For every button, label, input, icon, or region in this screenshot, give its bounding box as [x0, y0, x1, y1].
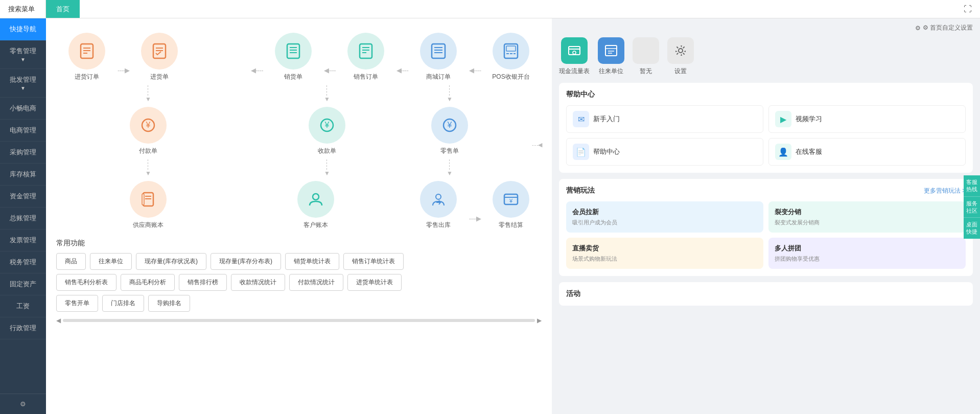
- settings-label: 设置: [674, 67, 687, 76]
- gear-icon: ⚙: [915, 25, 921, 32]
- func-btn-guide-rank[interactable]: 导购排名: [148, 295, 190, 312]
- right-panel: ⚙ ⚙ 首页自定义设置 现金流量表 往来单位: [552, 18, 980, 414]
- flow-node-retail-settlement[interactable]: ¥ 零售结算: [480, 177, 542, 234]
- sidebar-item-ecom-mgmt[interactable]: 电商管理: [0, 120, 46, 142]
- quick-icon-cash-flow[interactable]: 现金流量表: [559, 37, 590, 76]
- fission-title: 裂变分销: [775, 208, 960, 217]
- quick-icon-none[interactable]: 暂无: [633, 37, 659, 76]
- help-item-video[interactable]: ▶ 视频学习: [768, 105, 966, 133]
- sidebar-item-more[interactable]: 行政管理: [0, 317, 46, 339]
- help-item-online-service[interactable]: 👤 在线客服: [768, 138, 966, 166]
- func-btn-stock-status[interactable]: 现存量(库存状况表): [136, 253, 206, 270]
- expand-icon[interactable]: ⛶: [964, 5, 972, 14]
- flow-node-sales-order[interactable]: 销售订单: [335, 29, 396, 85]
- marketing-section: 营销玩法 更多营销玩法 > 会员拉新 吸引用户成为会员 裂变分销 裂变式发展分销…: [559, 179, 973, 276]
- flow-node-purchase-order[interactable]: 进货订单: [56, 29, 118, 85]
- flow-node-sales-bill[interactable]: 销货单: [263, 29, 324, 85]
- help-item-beginner[interactable]: ✉ 新手入门: [566, 105, 763, 133]
- flow-node-customer-account[interactable]: 客户账本: [285, 177, 346, 234]
- top-bar: 搜索菜单 首页 ⛶: [0, 0, 980, 18]
- svg-rect-43: [605, 45, 617, 56]
- sidebar-item-label: 资金管理: [10, 192, 36, 201]
- scroll-left-arrow[interactable]: ◀: [56, 317, 61, 324]
- help-doc-icon: 📄: [573, 144, 589, 160]
- func-btn-payment-stat[interactable]: 付款情况统计: [289, 274, 343, 291]
- sidebar-item-label: 总账管理: [10, 214, 36, 223]
- func-btn-order-stat[interactable]: 销售订单统计表: [343, 253, 404, 270]
- marketing-title: 营销玩法: [566, 186, 595, 195]
- sidebar-item-purchase-mgmt[interactable]: 采购管理: [0, 142, 46, 164]
- marketing-item-fission[interactable]: 裂变分销 裂变式发展分销商: [768, 201, 966, 233]
- func-btn-contacts[interactable]: 往来单位: [90, 253, 132, 270]
- tab-home[interactable]: 首页: [46, 0, 80, 18]
- func-btn-sales-rank[interactable]: 销售排行榜: [179, 274, 227, 291]
- search-menu-button[interactable]: 搜索菜单: [0, 0, 46, 18]
- flow-node-purchase-bill[interactable]: 进货单: [129, 29, 190, 85]
- func-btn-product-gross[interactable]: 商品毛利分析: [121, 274, 175, 291]
- common-functions-title: 常用功能: [56, 239, 542, 248]
- sidebar-item-invoice-mgmt[interactable]: 发票管理: [0, 229, 46, 251]
- member-desc: 吸引用户成为会员: [572, 219, 757, 226]
- scroll-right-arrow[interactable]: ▶: [537, 317, 542, 324]
- content-area: 进货订单 - - - -▶ 进货单 ◀- - - -: [46, 18, 980, 414]
- svg-text:¥: ¥: [146, 121, 151, 129]
- quick-icon-settings[interactable]: 设置: [667, 37, 694, 76]
- sidebar-item-label: 库存核算: [10, 170, 36, 179]
- video-icon: ▶: [775, 111, 791, 127]
- func-btn-retail-order[interactable]: 零售开单: [56, 295, 98, 312]
- group-title: 多人拼团: [775, 244, 960, 253]
- flow-node-retail-outbound[interactable]: 零售出库: [408, 177, 469, 234]
- activity-title: 活动: [566, 289, 966, 298]
- online-service-icon: 👤: [775, 144, 791, 160]
- func-btn-purchase-stat[interactable]: 进货单统计表: [347, 274, 402, 291]
- func-grid-row2: 销售毛利分析表 商品毛利分析 销售排行榜 收款情况统计 付款情况统计 进货单统计…: [56, 274, 542, 291]
- main-layout: 快捷导航 零售管理 ▼ 批发管理 ▼ 小畅电商 电商管理 采购管理 库存核算 资…: [0, 18, 980, 414]
- sidebar-item-label: 快捷导航: [10, 25, 36, 34]
- none-icon-box: [633, 37, 659, 64]
- settings-icon-box: [667, 37, 694, 64]
- sidebar-item-label: 发票管理: [10, 236, 36, 245]
- sidebar-item-salary[interactable]: 工资: [0, 295, 46, 317]
- sidebar-item-ledger-mgmt[interactable]: 总账管理: [0, 208, 46, 229]
- sidebar-settings-icon[interactable]: ⚙: [0, 394, 46, 414]
- sidebar-item-wholesale-mgmt[interactable]: 批发管理 ▼: [0, 69, 46, 98]
- quick-icon-contacts[interactable]: 往来单位: [598, 37, 624, 76]
- sidebar-item-label: 固定资产: [10, 280, 36, 289]
- func-btn-stock-dist[interactable]: 现存量(库存分布表): [211, 253, 281, 270]
- sidebar-item-xiaochang-ecom[interactable]: 小畅电商: [0, 98, 46, 120]
- float-btn-customer-service[interactable]: 客服热线: [964, 175, 980, 196]
- func-btn-product[interactable]: 商品: [56, 253, 86, 270]
- quick-nav-settings[interactable]: ⚙ ⚙ 首页自定义设置: [559, 24, 973, 32]
- flow-node-supplier-account[interactable]: 供应商账本: [118, 177, 179, 234]
- func-btn-sales-stat[interactable]: 销货单统计表: [285, 253, 339, 270]
- common-functions: 常用功能 商品 往来单位 现存量(库存状况表) 现存量(库存分布表) 销货单统计…: [56, 239, 542, 324]
- svg-rect-40: [569, 47, 580, 55]
- sidebar-item-quick-nav[interactable]: 快捷导航: [0, 18, 46, 40]
- marketing-item-group[interactable]: 多人拼团 拼团购物享受优惠: [768, 238, 966, 269]
- func-btn-store-rank[interactable]: 门店排名: [102, 295, 144, 312]
- float-btn-desktop-shortcut[interactable]: 桌面快捷: [964, 217, 980, 239]
- svg-rect-11: [360, 44, 372, 58]
- func-btn-sales-gross[interactable]: 销售毛利分析表: [56, 274, 116, 291]
- flow-node-retail[interactable]: ¥ 零售单: [419, 103, 480, 159]
- flow-node-payment[interactable]: ¥ 付款单: [118, 103, 179, 159]
- sidebar-item-fixed-assets[interactable]: 固定资产: [0, 273, 46, 295]
- sidebar-item-label: 批发管理: [10, 75, 36, 84]
- help-item-help[interactable]: 📄 帮助中心: [566, 138, 763, 166]
- marketing-more-link[interactable]: 更多营销玩法 >: [924, 187, 966, 195]
- flow-node-receipt[interactable]: ¥ 收款单: [296, 103, 358, 159]
- scroll-row: ◀ ▶: [56, 317, 542, 324]
- func-btn-receipt-stat[interactable]: 收款情况统计: [231, 274, 285, 291]
- scroll-bar[interactable]: [63, 319, 535, 322]
- flow-node-mall-order[interactable]: 商城订单: [408, 29, 469, 85]
- marketing-item-live[interactable]: 直播卖货 场景式购物新玩法: [566, 238, 763, 269]
- sidebar-item-retail-mgmt[interactable]: 零售管理 ▼: [0, 40, 46, 69]
- flow-node-pos[interactable]: POS收银开台: [480, 29, 542, 85]
- marketing-item-member[interactable]: 会员拉新 吸引用户成为会员: [566, 201, 763, 233]
- help-center: 帮助中心 ✉ 新手入门 ▶ 视频学习 📄 帮助中心 👤: [559, 83, 973, 173]
- float-btn-service-community[interactable]: 服务社区: [964, 196, 980, 218]
- sidebar-item-inventory[interactable]: 库存核算: [0, 164, 46, 186]
- beginner-icon: ✉: [573, 111, 589, 127]
- sidebar-item-tax-mgmt[interactable]: 税务管理: [0, 251, 46, 273]
- sidebar-item-fund-mgmt[interactable]: 资金管理: [0, 186, 46, 208]
